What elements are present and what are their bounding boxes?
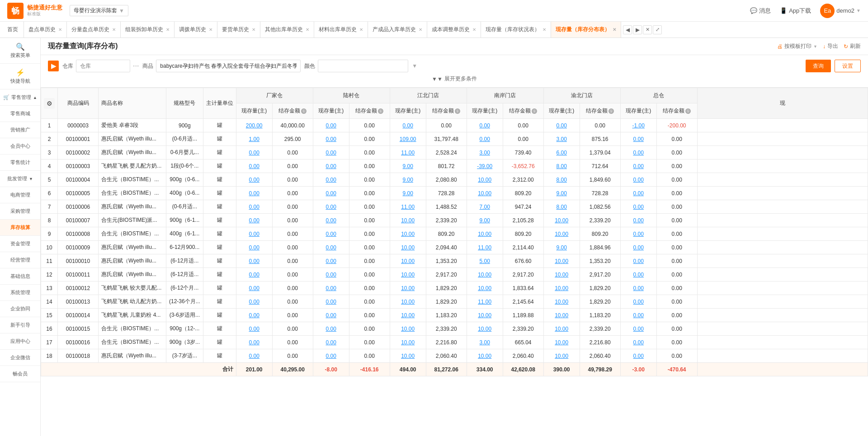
row-total-cur[interactable]: 0.00: [620, 159, 656, 173]
row-total-cur[interactable]: -1.00: [620, 119, 656, 132]
info-icon[interactable]: ①: [378, 108, 383, 114]
row-yubei-cur[interactable]: 10.00: [543, 254, 580, 268]
close-icon[interactable]: ✕: [112, 27, 116, 32]
sidebar-item-finance[interactable]: 资金管理: [0, 236, 40, 252]
row-yubei-cur[interactable]: 10.00: [543, 309, 580, 322]
close-icon[interactable]: ✕: [419, 27, 422, 32]
row-jiangbei-cur[interactable]: 9.00: [390, 187, 426, 200]
row-jiangbei-cur[interactable]: 10.00: [390, 309, 426, 322]
row-yubei-cur[interactable]: 6.00: [543, 146, 580, 159]
row-nanan-cur[interactable]: 0.00: [467, 119, 503, 132]
row-changjia-cur[interactable]: 0.00: [236, 214, 272, 227]
row-lucun-cur[interactable]: 0.00: [313, 119, 349, 132]
row-nanan-cur[interactable]: 10.00: [467, 227, 503, 241]
row-lucun-cur[interactable]: 0.00: [313, 349, 349, 363]
row-jiangbei-cur[interactable]: 10.00: [390, 241, 426, 254]
row-jiangbei-cur[interactable]: 10.00: [390, 295, 426, 309]
sidebar-item-basic[interactable]: 基础信息: [0, 268, 40, 285]
refresh-btn[interactable]: ↻ 刷新: [844, 42, 861, 50]
row-total-cur[interactable]: 0.00: [620, 146, 656, 159]
row-lucun-cur[interactable]: 0.00: [313, 227, 349, 241]
settings-button[interactable]: 设置: [835, 60, 861, 72]
row-total-cur[interactable]: 0.00: [620, 187, 656, 200]
row-changjia-cur[interactable]: 0.00: [236, 254, 272, 268]
close-icon[interactable]: ✕: [209, 27, 212, 32]
row-yubei-cur[interactable]: 3.00: [543, 132, 580, 146]
sidebar-item-purchase[interactable]: 采购管理: [0, 203, 40, 220]
row-lucun-cur[interactable]: 0.00: [313, 268, 349, 281]
row-changjia-cur[interactable]: 0.00: [236, 336, 272, 349]
sidebar-item-retail-stats[interactable]: 零售统计: [0, 155, 40, 171]
row-jiangbei-cur[interactable]: 9.00: [390, 173, 426, 187]
tab-cost-adjust[interactable]: 成本调整单历史 ✕: [427, 22, 481, 38]
row-yubei-cur[interactable]: 10.00: [543, 227, 580, 241]
row-total-cur[interactable]: 0.00: [620, 268, 656, 281]
row-jiangbei-cur[interactable]: 10.00: [390, 349, 426, 363]
row-lucun-cur[interactable]: 0.00: [313, 295, 349, 309]
tabs-expand-btn[interactable]: ⤢: [653, 25, 662, 34]
row-total-cur[interactable]: 0.00: [620, 132, 656, 146]
row-lucun-cur[interactable]: 0.00: [313, 281, 349, 295]
row-yubei-cur[interactable]: 10.00: [543, 214, 580, 227]
row-total-cur[interactable]: 0.00: [620, 241, 656, 254]
row-lucun-cur[interactable]: 0.00: [313, 132, 349, 146]
row-jiangbei-cur[interactable]: 10.00: [390, 268, 426, 281]
row-changjia-cur[interactable]: 0.00: [236, 200, 272, 214]
tab-requisition[interactable]: 要货单历史 ✕: [217, 22, 260, 38]
query-button[interactable]: 查询: [806, 60, 831, 72]
sidebar-item-operations[interactable]: 经营管理: [0, 252, 40, 268]
row-total-cur[interactable]: 0.00: [620, 227, 656, 241]
tab-transfer[interactable]: 调拨单历史 ✕: [175, 22, 217, 38]
row-lucun-cur[interactable]: 0.00: [313, 159, 349, 173]
row-nanan-cur[interactable]: 10.00: [467, 281, 503, 295]
row-nanan-cur[interactable]: 10.00: [467, 173, 503, 187]
row-lucun-cur[interactable]: 0.00: [313, 200, 349, 214]
row-yubei-cur[interactable]: 8.00: [543, 173, 580, 187]
row-lucun-cur[interactable]: 0.00: [313, 336, 349, 349]
close-icon[interactable]: ✕: [252, 27, 255, 32]
row-total-cur[interactable]: 0.00: [620, 295, 656, 309]
user-area[interactable]: Ea demo2 ▼: [820, 4, 861, 18]
tabs-next-btn[interactable]: ▶: [633, 25, 642, 34]
sidebar-item-search[interactable]: 🔍 搜索英单: [0, 38, 40, 64]
filter-expand-btn[interactable]: ▶: [48, 61, 59, 71]
row-jiangbei-cur[interactable]: 0.00: [390, 119, 426, 132]
row-changjia-cur[interactable]: 0.00: [236, 268, 272, 281]
row-lucun-cur[interactable]: 0.00: [313, 187, 349, 200]
sidebar-item-apps[interactable]: 应用中心: [0, 333, 40, 350]
row-total-cur[interactable]: 0.00: [620, 214, 656, 227]
sidebar-item-wholesale[interactable]: 批发管理 ▼: [0, 171, 40, 187]
row-yubei-cur[interactable]: 10.00: [543, 322, 580, 336]
row-changjia-cur[interactable]: 0.00: [236, 173, 272, 187]
row-nanan-cur[interactable]: 9.00: [467, 214, 503, 227]
expand-more-btn[interactable]: ▼▼ 展开更多条件: [48, 75, 861, 83]
row-nanan-cur[interactable]: 10.00: [467, 268, 503, 281]
sidebar-item-corp-wechat[interactable]: 企业微信: [0, 350, 40, 366]
close-icon[interactable]: ✕: [472, 27, 476, 32]
row-nanan-cur[interactable]: 10.00: [467, 309, 503, 322]
info-icon[interactable]: ①: [532, 108, 537, 114]
row-nanan-cur[interactable]: 3.00: [467, 146, 503, 159]
tab-inventory-check[interactable]: 盘点单历史 ✕: [24, 22, 67, 38]
row-lucun-cur[interactable]: 0.00: [313, 214, 349, 227]
row-nanan-cur[interactable]: 5.00: [467, 254, 503, 268]
close-icon[interactable]: ✕: [58, 27, 62, 32]
row-yubei-cur[interactable]: 10.00: [543, 295, 580, 309]
row-yubei-cur[interactable]: 8.00: [543, 200, 580, 214]
row-total-cur[interactable]: 0.00: [620, 336, 656, 349]
row-total-cur[interactable]: 0.00: [620, 349, 656, 363]
row-changjia-cur[interactable]: 0.00: [236, 159, 272, 173]
close-icon[interactable]: ✕: [166, 27, 170, 32]
row-yubei-cur[interactable]: 10.00: [543, 268, 580, 281]
row-jiangbei-cur[interactable]: 109.00: [390, 132, 426, 146]
row-lucun-cur[interactable]: 0.00: [313, 241, 349, 254]
info-icon[interactable]: ①: [455, 108, 460, 114]
row-lucun-cur[interactable]: 0.00: [313, 309, 349, 322]
print-btn[interactable]: 🖨 按模板打印 ▼: [777, 42, 817, 50]
row-lucun-cur[interactable]: 0.00: [313, 322, 349, 336]
row-total-cur[interactable]: 0.00: [620, 254, 656, 268]
row-lucun-cur[interactable]: 0.00: [313, 254, 349, 268]
sidebar-item-retail-shop[interactable]: 零售商城: [0, 106, 40, 122]
row-jiangbei-cur[interactable]: 11.00: [390, 146, 426, 159]
settings-icon[interactable]: ⚙: [44, 98, 55, 109]
